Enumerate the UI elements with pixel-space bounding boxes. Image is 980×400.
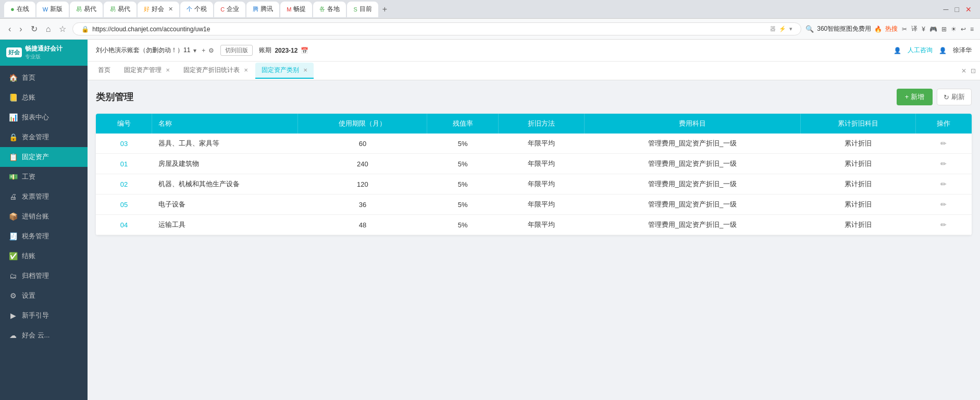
browser-tab-gedi[interactable]: 各 各地 [313, 2, 346, 17]
dropdown-icon[interactable]: ▾ [193, 47, 196, 54]
cell-period-1: 240 [298, 154, 427, 174]
browser-tab-online[interactable]: ● 在线 [4, 2, 35, 17]
tab-asset-category[interactable]: 固定资产类别 ✕ [255, 63, 314, 79]
back-button[interactable]: ‹ [6, 22, 13, 36]
wallet-icon[interactable]: ¥ [922, 26, 925, 33]
sidebar-item-archive[interactable]: 🗂 归档管理 [0, 266, 88, 286]
game-icon[interactable]: 🎮 [929, 26, 937, 33]
cell-expense-1: 管理费用_固定资产折旧_一级 [584, 154, 801, 174]
sidebar-item-settings[interactable]: ⚙ 设置 [0, 286, 88, 306]
table-row: 01 房屋及建筑物 240 5% 年限平均 管理费用_固定资产折旧_一级 累计折… [96, 154, 972, 174]
close-tab-asset-mgmt[interactable]: ✕ [166, 67, 170, 73]
cell-name-4: 运输工具 [152, 215, 298, 235]
close-tab-depreciation[interactable]: ✕ [244, 67, 248, 73]
tab-depreciation[interactable]: 固定资产折旧统计表 ✕ [177, 63, 254, 79]
close-tab-asset-category[interactable]: ✕ [303, 67, 307, 73]
cell-id-1: 01 [96, 154, 152, 174]
browser-tab-changte[interactable]: M 畅提 [280, 2, 312, 17]
sidebar-item-home[interactable]: 🏠 首页 [0, 68, 88, 88]
add-button[interactable]: + 新增 [897, 89, 933, 105]
table-row: 03 器具、工具、家具等 60 5% 年限平均 管理费用_固定资产折旧_一级 累… [96, 134, 972, 154]
grid-icon[interactable]: ⊞ [941, 26, 947, 33]
sidebar-item-closing[interactable]: ✅ 结账 [0, 246, 88, 266]
switch-version-button[interactable]: 切到旧版 [220, 45, 253, 56]
col-period: 使用期限（月） [298, 114, 427, 134]
minimize-pane-icon[interactable]: ✕ [961, 67, 966, 75]
home-icon: 🏠 [8, 73, 18, 82]
data-table: 编号 名称 使用期限（月） 残值率 折旧方法 费用科目 累计折旧科目 操作 03… [96, 114, 972, 235]
browser-tab-geshui[interactable]: 个 个税 [180, 2, 213, 17]
logo-text: 畅捷通好会计 [25, 45, 63, 53]
browser-chrome: ● 在线 W 新版 易 易代 易 易代 好 好会 ✕ 个 个税 C 企业 腾 [0, 0, 980, 19]
cell-accum-4: 累计折旧 [801, 215, 915, 235]
browser-tab-new[interactable]: W 新版 [36, 2, 69, 17]
undo-icon[interactable]: ↩ [961, 26, 966, 33]
sidebar-item-ledger[interactable]: 📒 总账 [0, 88, 88, 107]
sidebar-item-fund[interactable]: 🔒 资金管理 [0, 127, 88, 147]
col-action: 操作 [915, 114, 972, 134]
table-row: 04 运输工具 48 5% 年限平均 管理费用_固定资产折旧_一级 累计折旧 ✏ [96, 215, 972, 235]
forward-button[interactable]: › [17, 22, 24, 36]
sidebar-item-fixed-assets[interactable]: 📋 固定资产 [0, 147, 88, 167]
cell-residual-4: 5% [427, 215, 499, 235]
sidebar-item-reports[interactable]: 📊 报表中心 [0, 107, 88, 127]
browser-tab-tengxun[interactable]: 腾 腾讯 [246, 2, 279, 17]
sidebar-item-guide[interactable]: ▶ 新手引导 [0, 306, 88, 325]
home-button[interactable]: ⌂ [44, 22, 53, 36]
cell-accum-0: 累计折旧 [801, 134, 915, 154]
browser-tab-qiye[interactable]: C 企业 [214, 2, 245, 17]
table-header-row: 编号 名称 使用期限（月） 残值率 折旧方法 费用科目 累计折旧科目 操作 [96, 114, 972, 134]
ledger-icon: 📒 [8, 93, 18, 102]
add-account-icon[interactable]: + [202, 47, 205, 54]
browser-tab-yidai2[interactable]: 易 易代 [104, 2, 137, 17]
invoice-icon: 🖨 [8, 192, 18, 201]
sidebar-item-salary[interactable]: 💵 工资 [0, 167, 88, 187]
maximize-icon[interactable]: □ [955, 5, 959, 14]
cell-accum-1: 累计折旧 [801, 154, 915, 174]
browser-tab-muqian[interactable]: S 目前 [347, 2, 378, 17]
new-tab-button[interactable]: + [379, 4, 390, 15]
url-bar[interactable]: 🔒 https://cloud.chanjet.com/accounting/u… [72, 22, 801, 35]
sidebar-header: 好会 畅捷通好会计 专业版 [0, 40, 88, 66]
browser-tab-haokuai[interactable]: 好 好会 ✕ [138, 2, 179, 17]
settings-icon: ⚙ [8, 291, 18, 300]
edit-button-3[interactable]: ✏ [940, 200, 947, 209]
cell-name-0: 器具、工具、家具等 [152, 134, 298, 154]
bookmark-button[interactable]: ☆ [57, 22, 68, 36]
edit-button-0[interactable]: ✏ [940, 139, 947, 148]
refresh-icon: ↻ [944, 93, 949, 101]
cell-expense-4: 管理费用_固定资产折旧_一级 [584, 215, 801, 235]
calendar-icon[interactable]: 📅 [301, 47, 308, 54]
page-title: 类别管理 [96, 91, 133, 103]
sidebar-item-inventory[interactable]: 📦 进销台账 [0, 207, 88, 226]
reload-button[interactable]: ↻ [29, 22, 40, 36]
close-tab-haokuai[interactable]: ✕ [168, 6, 173, 13]
user-info: 刘小艳演示账套（勿删勿动！）11 ▾ + ⚙ [96, 46, 214, 55]
edit-button-4[interactable]: ✏ [940, 221, 947, 229]
cell-period-4: 48 [298, 215, 427, 235]
sidebar-item-tax[interactable]: 🧾 税务管理 [0, 226, 88, 246]
fixed-assets-icon: 📋 [8, 152, 18, 162]
refresh-button[interactable]: ↻ 刷新 [937, 89, 972, 105]
cell-accum-3: 累计折旧 [801, 195, 915, 215]
close-window-icon[interactable]: ✕ [965, 5, 972, 14]
tax-icon: 🧾 [8, 232, 18, 241]
col-residual: 残值率 [427, 114, 499, 134]
browser-tab-yidai1[interactable]: 易 易代 [70, 2, 103, 17]
edit-button-2[interactable]: ✏ [940, 180, 947, 188]
settings-icon-topbar[interactable]: ⚙ [208, 47, 214, 54]
maximize-pane-icon[interactable]: ⊡ [971, 67, 976, 75]
scissors-icon[interactable]: ✂ [902, 26, 907, 33]
closing-icon: ✅ [8, 251, 18, 261]
reports-icon: 📊 [8, 113, 18, 122]
cloud-icon: ☁ [8, 331, 18, 340]
sidebar-item-cloud[interactable]: ☁ 好会 云... [0, 325, 88, 345]
sidebar-item-invoice[interactable]: 🖨 发票管理 [0, 187, 88, 207]
menu-icon[interactable]: ≡ [970, 26, 974, 33]
edit-button-1[interactable]: ✏ [940, 160, 947, 168]
tab-home[interactable]: 首页 [92, 63, 117, 79]
minimize-icon[interactable]: ─ [944, 5, 949, 14]
brightness-icon[interactable]: ☀ [951, 26, 957, 33]
translate-icon[interactable]: 译 [911, 25, 917, 33]
tab-asset-mgmt[interactable]: 固定资产管理 ✕ [118, 63, 176, 79]
